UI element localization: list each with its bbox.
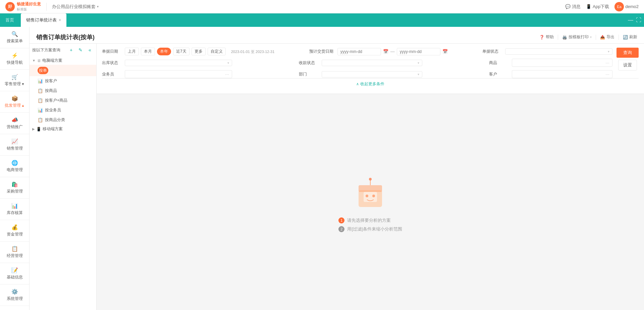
customer-more-icon[interactable]: ··· xyxy=(605,71,609,77)
sidebar-item-finance[interactable]: 💰 资金管理 xyxy=(0,220,29,242)
refresh-button[interactable]: 🔄 刷新 xyxy=(623,34,637,40)
collapse-left-icon: « xyxy=(89,47,91,53)
customer-select[interactable]: ··· xyxy=(512,70,612,78)
app-download-button[interactable]: 📱 App下载 xyxy=(586,4,609,10)
empty-state: 1 请先选择要分析的方案 2 用[过滤]条件来缩小分析范围 xyxy=(97,94,644,310)
tab-home[interactable]: 首页 xyxy=(0,13,19,27)
purchase-icon: 🛍️ xyxy=(11,181,18,188)
page-title: 销售订单统计表(按单) xyxy=(36,33,95,41)
basic-info-icon: 📝 xyxy=(11,267,18,273)
search-button[interactable]: 查询 xyxy=(616,48,639,58)
message-icon: 💬 xyxy=(565,4,571,9)
print-icon: 🖨️ xyxy=(562,35,567,40)
salesperson-more-icon[interactable]: ··· xyxy=(225,71,229,77)
wholesale-icon: 📦 xyxy=(11,95,18,102)
pc-group-header[interactable]: ▼ 🖥 电脑端方案 xyxy=(30,56,96,65)
sidebar-item-system[interactable]: ⚙️ 系统管理 xyxy=(0,285,29,306)
sidebar-item-inventory[interactable]: 📊 库存核算 xyxy=(0,199,29,220)
tab-close-icon[interactable]: × xyxy=(59,18,61,22)
operations-icon: 📋 xyxy=(11,246,18,252)
scheme-item-by-salesperson[interactable]: 📊 按业务员 xyxy=(30,105,96,115)
help-icon: ❓ xyxy=(539,35,544,40)
sidebar-item-operations[interactable]: 📋 经营管理 xyxy=(0,242,29,263)
mobile-expand-icon: ▶ xyxy=(32,127,35,131)
dept-select[interactable]: ▾ xyxy=(322,71,422,78)
sidebar-item-wholesale[interactable]: 📦 批发管理 ▲ xyxy=(0,91,29,113)
refresh-icon: 🔄 xyxy=(623,35,628,40)
filter-row-2: 出库状态 ▾ 收款状态 ▾ xyxy=(102,59,612,67)
calendar-end-icon[interactable]: 📅 xyxy=(442,49,448,54)
date-btn-last-month[interactable]: 上月 xyxy=(125,48,139,55)
empty-illustration xyxy=(352,173,389,210)
print-button[interactable]: 🖨️ 按模板打印 ▾ xyxy=(562,34,592,40)
customer-label: 客户 xyxy=(489,71,508,77)
mobile-scheme-group: ▶ 📱 移动端方案 xyxy=(30,125,96,133)
sidebar-item-quick-nav[interactable]: ⚡ 快捷导航 xyxy=(0,48,29,70)
commodity-select[interactable]: ··· xyxy=(512,59,612,67)
page-header: 销售订单统计表(按单) ❓ 帮助 🖨️ 按模板打印 ▾ 📤 导出 xyxy=(30,27,644,44)
divider1 xyxy=(558,35,558,40)
date-btn-custom[interactable]: 自定义 xyxy=(208,48,226,55)
top-bar: 好 畅捷通好生意 标准版 办公用品行业模拟账套 ▾ 💬 消息 📱 App下载 E… xyxy=(0,0,644,13)
status-select-dropdown-icon: ▾ xyxy=(608,50,609,53)
edit-scheme-button[interactable]: ✎ xyxy=(77,46,84,54)
outbound-select[interactable]: ▾ xyxy=(125,60,232,66)
wholesale-arrow-icon: ▲ xyxy=(21,104,25,107)
expected-date-label: 预计交货日期 xyxy=(309,49,333,54)
salesperson-label: 业务员 xyxy=(102,71,121,77)
sidebar-item-search[interactable]: 🔍 搜索菜单 xyxy=(0,27,29,48)
quick-nav-icon: ⚡ xyxy=(11,52,18,59)
edit-icon: ✎ xyxy=(78,47,83,53)
date-btn-more[interactable]: 更多 xyxy=(192,48,206,55)
calendar-start-icon[interactable]: 📅 xyxy=(383,49,388,54)
scheme-item-by-product[interactable]: 📋 按商品 xyxy=(30,86,96,96)
payment-select[interactable]: ▾ xyxy=(322,60,422,66)
search-icon: 🔍 xyxy=(11,31,18,37)
sidebar-item-ecommerce[interactable]: 🌐 电商管理 xyxy=(0,156,29,177)
filter-area: 单据日期 上月 本月 本年 xyxy=(97,44,644,94)
scheme-item-by-category[interactable]: 📋 按商品分类 xyxy=(30,115,96,125)
help-button[interactable]: ❓ 帮助 xyxy=(539,34,554,40)
sales-icon: 📈 xyxy=(11,138,18,145)
app-title[interactable]: 办公用品行业模拟账套 ▾ xyxy=(52,4,99,10)
tab-bar-right: — ⛶ xyxy=(628,17,644,23)
scheme-item-by-customer[interactable]: 📊 按客户 xyxy=(30,76,96,86)
scheme-item-by-order[interactable]: 按单 xyxy=(30,65,96,76)
collapse-bar[interactable]: ∧ 收起更多条件 xyxy=(102,78,639,90)
user-menu[interactable]: Ea demo2 xyxy=(614,2,639,11)
export-button[interactable]: 📤 导出 xyxy=(600,34,614,40)
export-icon: 📤 xyxy=(600,35,605,40)
message-button[interactable]: 💬 消息 xyxy=(565,4,581,10)
sidebar-item-marketing[interactable]: 📣 营销推广 xyxy=(0,113,29,134)
collapse-panel-button[interactable]: « xyxy=(86,46,94,54)
commodity-more-icon[interactable]: ··· xyxy=(605,60,609,65)
sidebar-item-purchase[interactable]: 🛍️ 采购管理 xyxy=(0,177,29,199)
minimize-icon[interactable]: — xyxy=(628,17,633,23)
collapse-up-icon: ∧ xyxy=(356,82,359,86)
status-select[interactable]: ▾ xyxy=(505,48,612,55)
maximize-icon[interactable]: ⛶ xyxy=(636,17,641,23)
sidebar-item-retail[interactable]: 🛒 零售管理 ▼ xyxy=(0,70,29,91)
date-btn-7days[interactable]: 近7天 xyxy=(173,48,190,55)
dept-dropdown-icon: ▾ xyxy=(418,72,419,76)
search-btn-group: 查询 设置 xyxy=(616,48,639,70)
date-btn-this-month[interactable]: 本月 xyxy=(141,48,155,55)
logo-icon: 好 xyxy=(5,2,15,11)
pc-scheme-group: ▼ 🖥 电脑端方案 按单 📊 按客户 xyxy=(30,56,96,125)
active-scheme-badge: 按单 xyxy=(38,67,48,74)
add-scheme-button[interactable]: + xyxy=(67,46,75,54)
expected-date-end-input[interactable] xyxy=(397,48,440,55)
scheme-item-by-customer-product[interactable]: 📋 按客户+商品 xyxy=(30,96,96,105)
divider2 xyxy=(596,35,596,40)
sidebar-item-sales[interactable]: 📈 销售管理 xyxy=(0,134,29,156)
setting-button[interactable]: 设置 xyxy=(618,60,637,70)
scheme-cp-icon: 📋 xyxy=(38,98,43,103)
date-btn-this-year[interactable]: 本年 xyxy=(157,48,171,55)
mobile-group-header[interactable]: ▶ 📱 移动端方案 xyxy=(30,125,96,133)
salesperson-select[interactable]: ··· xyxy=(125,70,232,78)
tab-sales-order-stats[interactable]: 销售订单统计表 × xyxy=(21,13,66,27)
sidebar-item-cooperation[interactable]: 🤝 企业协同 xyxy=(0,306,29,310)
expected-date-start-input[interactable] xyxy=(337,48,381,55)
sidebar-item-basic-info[interactable]: 📝 基础信息 xyxy=(0,263,29,285)
logo-text: 畅捷通好生意 标准版 xyxy=(17,2,41,11)
